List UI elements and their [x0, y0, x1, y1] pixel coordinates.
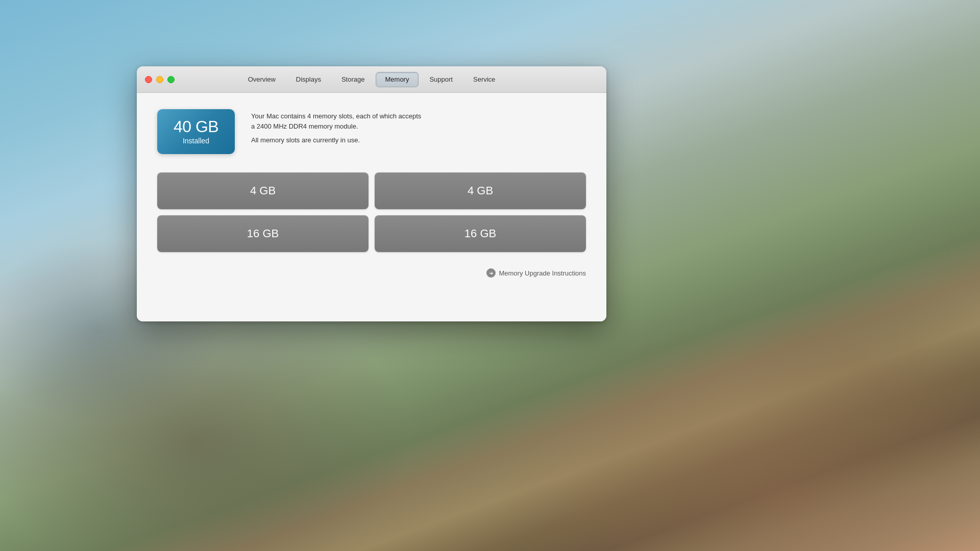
memory-slots-grid: 4 GB 4 GB 16 GB 16 GB — [157, 172, 586, 252]
memory-desc-line1: Your Mac contains 4 memory slots, each o… — [251, 111, 421, 131]
titlebar: Overview Displays Storage Memory Support… — [137, 66, 606, 93]
about-this-mac-window: Overview Displays Storage Memory Support… — [137, 66, 606, 321]
traffic-lights — [137, 76, 175, 83]
memory-installed-label: Installed — [183, 137, 209, 145]
tab-bar: Overview Displays Storage Memory Support… — [238, 66, 505, 92]
upgrade-instructions-link[interactable]: ➜ Memory Upgrade Instructions — [486, 268, 586, 278]
memory-content: 40 GB Installed Your Mac contains 4 memo… — [137, 93, 606, 321]
memory-desc-line3: All memory slots are currently in use. — [251, 135, 421, 145]
memory-slot-4: 16 GB — [375, 215, 586, 252]
memory-badge: 40 GB Installed — [157, 109, 235, 154]
tab-support[interactable]: Support — [420, 72, 462, 87]
memory-slot-3: 16 GB — [157, 215, 369, 252]
memory-footer: ➜ Memory Upgrade Instructions — [157, 268, 586, 278]
upgrade-instructions-label: Memory Upgrade Instructions — [499, 269, 586, 277]
memory-description: Your Mac contains 4 memory slots, each o… — [251, 109, 421, 145]
close-button[interactable] — [145, 76, 152, 83]
tab-memory[interactable]: Memory — [376, 72, 419, 87]
memory-size: 40 GB — [174, 118, 218, 135]
memory-slot-2: 4 GB — [375, 172, 586, 209]
memory-header: 40 GB Installed Your Mac contains 4 memo… — [157, 109, 586, 154]
tab-displays[interactable]: Displays — [286, 72, 331, 87]
arrow-circle-icon: ➜ — [486, 268, 496, 278]
tab-overview[interactable]: Overview — [238, 72, 285, 87]
memory-slot-1: 4 GB — [157, 172, 369, 209]
maximize-button[interactable] — [167, 76, 175, 83]
minimize-button[interactable] — [156, 76, 163, 83]
tab-service[interactable]: Service — [463, 72, 505, 87]
tab-storage[interactable]: Storage — [332, 72, 375, 87]
